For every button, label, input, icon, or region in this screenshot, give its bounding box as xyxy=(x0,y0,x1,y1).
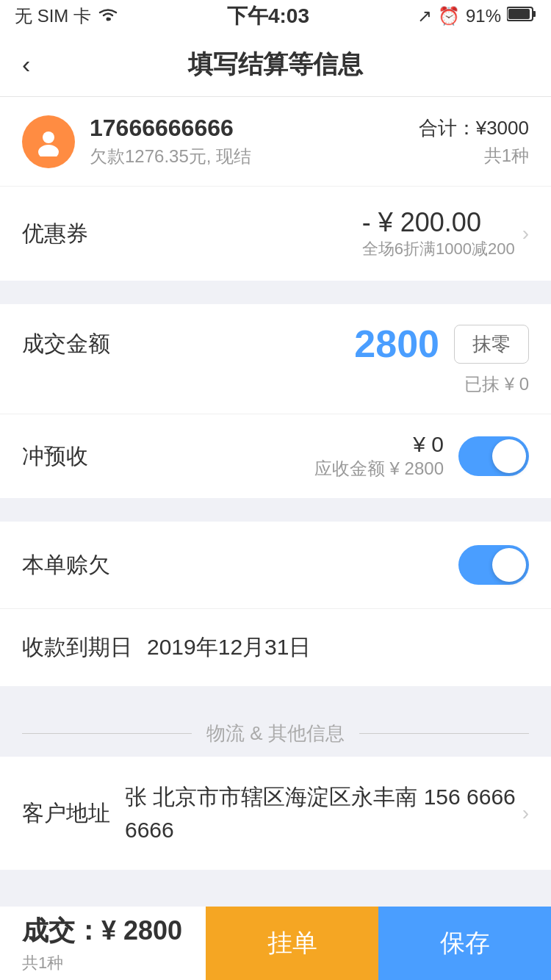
coupon-row[interactable]: 优惠券 - ¥ 200.00 全场6折满1000减200 › xyxy=(0,186,551,281)
customer-info: 17666666666 欠款1276.35元, 现结 xyxy=(90,115,251,168)
amount-right: 2800 抹零 xyxy=(354,322,529,366)
footer-info: 成交：¥ 2800 共1种 xyxy=(0,913,206,974)
customer-debt: 欠款1276.35元, 现结 xyxy=(90,145,251,168)
battery-icon xyxy=(507,6,536,26)
save-button[interactable]: 保存 xyxy=(378,907,551,980)
amount-sub: 已抹 ¥ 0 xyxy=(464,374,529,394)
total-label: 合计：¥3000 xyxy=(419,115,529,141)
avatar xyxy=(22,115,75,168)
total-count: 共1种 xyxy=(419,144,529,167)
svg-rect-3 xyxy=(533,11,536,17)
footer-deal-label: 成交： xyxy=(22,915,101,945)
svg-point-4 xyxy=(43,131,54,143)
chevron-right-icon: › xyxy=(522,222,529,245)
customer-left: 17666666666 欠款1276.35元, 现结 xyxy=(22,115,251,168)
coupon-amount: - ¥ 200.00 xyxy=(362,207,515,238)
credit-row: 本单赊欠 xyxy=(0,522,551,608)
back-button[interactable]: ‹ xyxy=(22,50,30,79)
amount-value: 2800 xyxy=(354,322,439,366)
page-title: 填写结算等信息 xyxy=(188,48,363,82)
coupon-desc: 全场6折满1000减200 xyxy=(362,238,515,260)
section-divider-1 xyxy=(0,292,551,304)
hold-button[interactable]: 挂单 xyxy=(206,907,378,980)
coupon-label: 优惠券 xyxy=(22,219,88,249)
coupon-right: - ¥ 200.00 全场6折满1000减200 › xyxy=(362,207,529,260)
status-bar: 无 SIM 卡 下午4:03 ↗ ⏰ 91% xyxy=(0,0,551,32)
coupon-info: - ¥ 200.00 全场6折满1000减200 xyxy=(362,207,515,260)
round-button[interactable]: 抹零 xyxy=(454,325,529,364)
location-icon: ↗ xyxy=(417,6,432,26)
due-value: 2019年12月31日 xyxy=(147,633,311,663)
credit-section: 本单赊欠 收款到期日 2019年12月31日 xyxy=(0,522,551,686)
amount-label: 成交金额 xyxy=(22,329,110,359)
prepay-amount-block: ¥ 0 应收金额 ¥ 2800 xyxy=(314,432,444,480)
prepay-row: 冲预收 ¥ 0 应收金额 ¥ 2800 xyxy=(0,414,551,498)
credit-label: 本单赊欠 xyxy=(22,550,110,580)
toggle-knob xyxy=(492,439,526,473)
due-row: 收款到期日 2019年12月31日 xyxy=(0,608,551,686)
customer-right: 合计：¥3000 共1种 xyxy=(419,115,529,167)
section-divider-3 xyxy=(0,698,551,710)
status-time: 下午4:03 xyxy=(227,2,309,30)
customer-row: 17666666666 欠款1276.35元, 现结 合计：¥3000 共1种 xyxy=(0,97,551,186)
credit-toggle-knob xyxy=(492,548,526,582)
credit-toggle[interactable] xyxy=(458,545,529,585)
svg-point-5 xyxy=(38,145,59,156)
due-label: 收款到期日 xyxy=(22,633,132,663)
address-value: 张 北京市市辖区海淀区永丰南 156 6666 6666 xyxy=(125,780,522,846)
customer-phone: 17666666666 xyxy=(90,115,251,142)
footer-total: 成交：¥ 2800 xyxy=(22,913,184,949)
status-left: 无 SIM 卡 xyxy=(15,4,119,28)
address-chevron-icon: › xyxy=(522,801,529,825)
sim-status: 无 SIM 卡 xyxy=(15,4,91,28)
svg-rect-2 xyxy=(508,9,530,19)
page-header: ‹ 填写结算等信息 xyxy=(0,32,551,97)
prepay-right: ¥ 0 应收金额 ¥ 2800 xyxy=(314,432,529,480)
prepay-toggle[interactable] xyxy=(458,436,529,476)
address-section[interactable]: 客户地址 张 北京市市辖区海淀区永丰南 156 6666 6666 › xyxy=(0,757,551,870)
prepay-label: 冲预收 xyxy=(22,442,88,472)
amount-row-container: 成交金额 2800 抹零 已抹 ¥ 0 xyxy=(0,304,551,414)
amount-row: 成交金额 2800 抹零 xyxy=(22,322,529,366)
prepay-amount: ¥ 0 xyxy=(314,432,444,457)
customer-section: 17666666666 欠款1276.35元, 现结 合计：¥3000 共1种 … xyxy=(0,97,551,281)
address-label: 客户地址 xyxy=(22,799,110,829)
section-divider-2 xyxy=(0,510,551,522)
status-right: ↗ ⏰ 91% xyxy=(417,6,536,26)
footer-count: 共1种 xyxy=(22,952,184,974)
alarm-icon: ⏰ xyxy=(438,6,460,26)
amount-section: 成交金额 2800 抹零 已抹 ¥ 0 冲预收 ¥ 0 应收金额 ¥ 2800 xyxy=(0,304,551,498)
footer-deal-amount: ¥ 2800 xyxy=(101,915,182,945)
logistics-divider: 物流 & 其他信息 xyxy=(0,710,551,757)
prepay-sub: 应收金额 ¥ 2800 xyxy=(314,457,444,480)
battery-level: 91% xyxy=(466,6,501,26)
svg-point-0 xyxy=(107,18,110,21)
footer: 成交：¥ 2800 共1种 挂单 保存 xyxy=(0,907,551,980)
address-row[interactable]: 客户地址 张 北京市市辖区海淀区永丰南 156 6666 6666 › xyxy=(0,757,551,870)
wifi-icon xyxy=(97,6,119,26)
logistics-text: 物流 & 其他信息 xyxy=(192,721,359,746)
